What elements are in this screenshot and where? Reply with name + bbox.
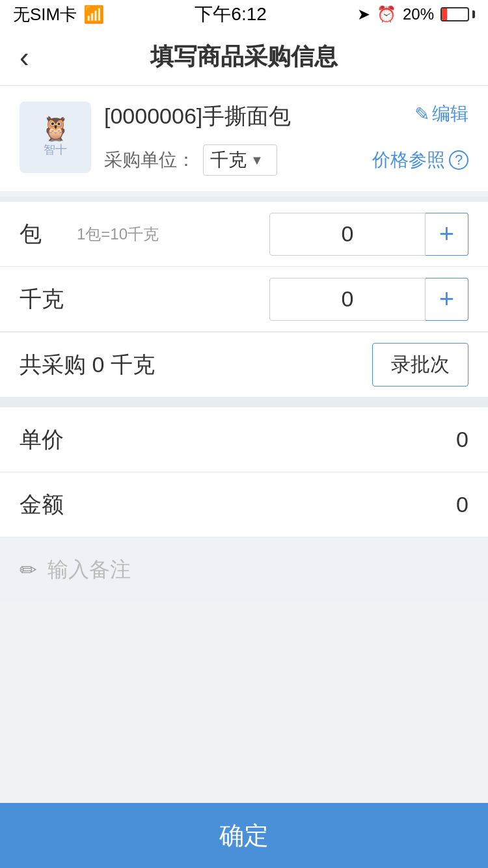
kg-input[interactable] [269, 278, 426, 321]
plus-icon-kg: + [439, 284, 454, 314]
section-divider [0, 197, 488, 202]
pencil-icon: ✏ [20, 558, 37, 582]
question-mark-icon: ? [449, 150, 468, 170]
notes-section[interactable]: ✏ 输入备注 [0, 537, 488, 603]
bag-input[interactable] [269, 213, 426, 256]
status-left: 无SIM卡 📶 [13, 3, 104, 26]
kg-input-wrap: + [72, 278, 468, 321]
product-name: [0000006]手撕面包 [104, 102, 414, 131]
unit-label: 采购单位： [104, 148, 195, 172]
alarm-icon: ⏰ [377, 5, 396, 23]
carrier-text: 无SIM卡 [13, 3, 77, 26]
product-logo-text: 智十 [44, 142, 67, 157]
amount-row: 金额 0 [0, 472, 488, 537]
page-title: 填写商品采购信息 [150, 41, 338, 73]
battery-icon [441, 7, 475, 21]
product-thumbnail: 🦉 智十 [20, 102, 91, 173]
kg-plus-button[interactable]: + [426, 278, 468, 321]
price-reference-button[interactable]: 价格参照 ? [372, 148, 468, 172]
notes-placeholder: 输入备注 [47, 556, 131, 584]
location-icon: ➤ [357, 5, 370, 23]
edit-button[interactable]: ✎ 编辑 [414, 102, 468, 126]
unit-price-row: 单价 0 [0, 407, 488, 472]
bag-input-row: 包 1包=10千克 + [0, 202, 488, 267]
price-ref-label: 价格参照 [372, 148, 445, 172]
summary-row: 共采购 0 千克 录批次 [0, 332, 488, 397]
confirm-button[interactable]: 确定 [0, 803, 488, 868]
product-logo-icon: 🦉 [41, 117, 70, 141]
plus-icon: + [439, 219, 454, 249]
bag-label: 包 [20, 219, 72, 249]
battery-percent: 20% [403, 5, 434, 23]
status-bar: 无SIM卡 📶 下午6:12 ➤ ⏰ 20% [0, 0, 488, 29]
product-info: [0000006]手撕面包 ✎ 编辑 采购单位： 千克 ▼ 价格参照 ? [104, 102, 468, 176]
edit-label: 编辑 [432, 102, 468, 126]
bag-sub-label: 1包=10千克 [77, 224, 159, 245]
input-section: 包 1包=10千克 + 千克 + [0, 202, 488, 332]
batch-button[interactable]: 录批次 [372, 343, 468, 387]
time-text: 下午6:12 [195, 2, 267, 27]
back-button[interactable]: ‹ [20, 43, 29, 72]
unit-price-value: 0 [456, 427, 468, 452]
status-right: ➤ ⏰ 20% [357, 5, 475, 23]
summary-text: 共采购 0 千克 [20, 350, 155, 380]
price-section: 单价 0 金额 0 [0, 402, 488, 537]
dropdown-arrow-icon: ▼ [251, 153, 264, 168]
unit-value: 千克 [210, 148, 247, 172]
kg-input-row: 千克 + [0, 267, 488, 332]
kg-label: 千克 [20, 284, 72, 314]
summary-unit: 千克 [111, 352, 155, 377]
summary-value: 0 [92, 352, 104, 377]
edit-icon: ✎ [414, 103, 429, 125]
unit-select[interactable]: 千克 ▼ [203, 144, 277, 176]
wifi-icon: 📶 [83, 5, 104, 25]
section-divider-2 [0, 397, 488, 402]
amount-label: 金额 [20, 490, 64, 520]
bag-input-wrap: + [159, 213, 468, 256]
bag-plus-button[interactable]: + [426, 213, 468, 256]
amount-value: 0 [456, 492, 468, 517]
unit-price-label: 单价 [20, 425, 64, 455]
nav-bar: ‹ 填写商品采购信息 [0, 29, 488, 86]
product-card: 🦉 智十 [0000006]手撕面包 ✎ 编辑 采购单位： 千克 ▼ 价格参照 [0, 86, 488, 197]
summary-label: 共采购 [20, 352, 86, 377]
